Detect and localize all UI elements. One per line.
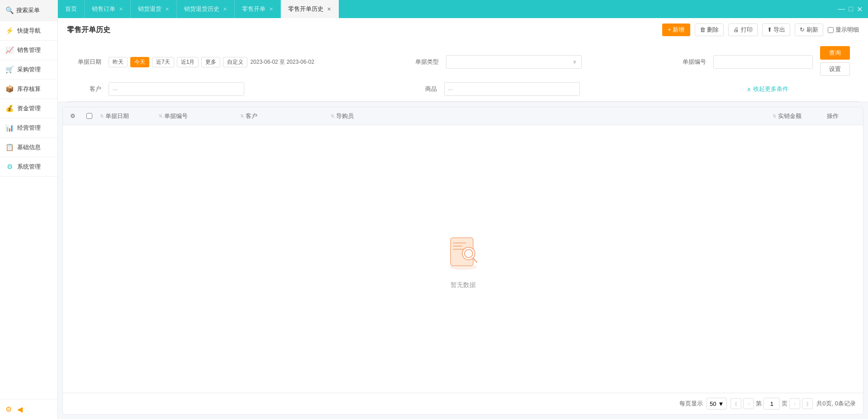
page-unit: 页: [782, 400, 787, 408]
sidebar-bottom: ⚙ ◀: [0, 399, 57, 419]
first-page-btn[interactable]: ⟪: [730, 398, 741, 409]
th-guide-sort-icon[interactable]: ⇅: [331, 113, 334, 118]
date-filter-label: 单据日期: [76, 58, 101, 66]
show-detail-label: 显示明细: [835, 26, 859, 34]
th-date-sort-icon[interactable]: ⇅: [100, 113, 104, 118]
filter-row-customer: 客户 ··· 商品 ··· ∧ 收起更多条件: [76, 82, 850, 96]
th-date: ⇅ 单据日期: [96, 108, 155, 125]
page-title-row: 零售开单历史 + 新增 🗑 删除 🖨 打印 ⬆ 导出 ↻ 刷新 显示明细: [67, 24, 859, 36]
next-page-btn[interactable]: ›: [789, 398, 800, 409]
sidebar-search[interactable]: 🔍 搜索采单: [0, 0, 57, 21]
customer-input[interactable]: ···: [109, 82, 244, 96]
quick-nav-icon: ⚡: [5, 27, 14, 35]
last-page-btn[interactable]: ⟫: [802, 398, 813, 409]
per-page-label: 每页显示: [679, 400, 703, 408]
table-header: ⚙ ⇅ 单据日期 ⇅ 单据编号 ⇅ 客户 ⇅: [63, 107, 863, 125]
sidebar-item-finance-mgmt[interactable]: 💰 资金管理: [0, 99, 57, 118]
date-range-display: 2023-06-02 至 2023-06-02: [250, 58, 314, 66]
add-button[interactable]: + 新增: [662, 24, 690, 36]
sidebar-item-label: 系统管理: [17, 163, 41, 171]
th-amount-sort-icon[interactable]: ⇅: [773, 113, 776, 118]
sidebar-item-sales-mgmt[interactable]: 📈 销售管理: [0, 41, 57, 60]
filter-row-date: 单据日期 昨天 今天 近7天 近1月 更多 自定义 2023-06-02 至 2…: [76, 46, 850, 78]
tab-bar: 首页 销售订单 ✕ 销货退货 ✕ 销货退货历史 ✕ 零售开单 ✕ 零售开单历史 …: [58, 0, 868, 18]
setting-button[interactable]: 设置: [820, 62, 850, 76]
pagination: 每页显示 50 ▼ ⟪ ‹ 第 页 › ⟫ 共0页, 0条记录: [63, 393, 863, 414]
refresh-button[interactable]: ↻ 刷新: [795, 24, 823, 36]
tab-home-label: 首页: [65, 5, 77, 13]
window-maximize-icon[interactable]: □: [849, 5, 853, 13]
doc-number-input[interactable]: [713, 55, 813, 69]
print-button[interactable]: 🖨 打印: [728, 24, 758, 36]
page-number-input[interactable]: [764, 398, 780, 410]
th-settings[interactable]: ⚙: [66, 108, 83, 124]
tab-sales-order-close[interactable]: ✕: [119, 6, 123, 12]
tab-bar-right: — □ ✕: [838, 5, 868, 14]
tab-sales-return-history[interactable]: 销货退货历史 ✕: [177, 0, 235, 18]
goods-input[interactable]: ···: [444, 82, 580, 96]
date-btn-more[interactable]: 更多: [201, 57, 220, 67]
sales-mgmt-icon: 📈: [5, 46, 14, 54]
date-btn-yesterday[interactable]: 昨天: [109, 57, 128, 67]
purchase-mgmt-icon: 🛒: [5, 66, 14, 74]
show-detail-checkbox-label[interactable]: 显示明细: [828, 26, 859, 34]
tab-sales-order-label: 销售订单: [92, 5, 115, 13]
date-btn-today[interactable]: 今天: [130, 57, 149, 67]
collapse-sidebar-icon[interactable]: ◀: [17, 405, 23, 414]
th-number-sort-icon[interactable]: ⇅: [159, 113, 162, 118]
sys-mgmt-icon: ⚙: [5, 163, 14, 171]
tab-sales-return-close[interactable]: ✕: [165, 6, 169, 12]
doc-number-filter-label: 单据编号: [681, 58, 706, 66]
tab-sales-return[interactable]: 销货退货 ✕: [131, 0, 177, 18]
date-btn-custom[interactable]: 自定义: [223, 57, 247, 67]
tab-retail-open-close[interactable]: ✕: [269, 6, 273, 12]
sidebar-search-label: 搜索采单: [16, 6, 40, 14]
table-container: ⚙ ⇅ 单据日期 ⇅ 单据编号 ⇅ 客户 ⇅: [62, 107, 863, 414]
tab-sales-return-label: 销货退货: [138, 5, 161, 13]
delete-button[interactable]: 🗑 删除: [695, 24, 724, 36]
tab-sales-return-history-close[interactable]: ✕: [223, 6, 227, 12]
select-all-checkbox[interactable]: [86, 113, 92, 119]
th-checkbox[interactable]: [83, 108, 96, 123]
window-minimize-icon[interactable]: —: [838, 5, 845, 13]
th-amount: ⇅ 实销金额: [769, 108, 823, 125]
window-close-icon[interactable]: ✕: [857, 5, 863, 14]
tab-retail-open-history[interactable]: 零售开单历史 ✕: [281, 0, 339, 18]
sidebar-item-purchase-mgmt[interactable]: 🛒 采购管理: [0, 60, 57, 80]
export-button[interactable]: ⬆ 导出: [762, 24, 791, 36]
per-page-dropdown-icon: ▼: [718, 400, 724, 407]
th-date-label: 单据日期: [105, 112, 129, 120]
basic-info-icon: 📋: [5, 143, 14, 151]
sidebar-item-ops-mgmt[interactable]: 📊 经营管理: [0, 118, 57, 138]
sidebar-item-inventory[interactable]: 📦 库存核算: [0, 80, 57, 99]
date-btn-last7[interactable]: 近7天: [152, 57, 174, 67]
settings-icon[interactable]: ⚙: [5, 405, 12, 414]
tab-retail-open-history-label: 零售开单历史: [288, 5, 323, 13]
tab-retail-open-history-close[interactable]: ✕: [327, 6, 331, 12]
settings-gear-icon[interactable]: ⚙: [70, 113, 76, 119]
show-detail-checkbox[interactable]: [828, 27, 834, 33]
collapse-filter-btn[interactable]: ∧ 收起更多条件: [747, 85, 788, 93]
prev-page-btn[interactable]: ‹: [743, 398, 754, 409]
date-btn-last-month[interactable]: 近1月: [177, 57, 199, 67]
goods-filter-label: 商品: [412, 85, 437, 93]
search-icon: 🔍: [5, 6, 14, 14]
th-customer-sort-icon[interactable]: ⇅: [240, 113, 244, 118]
sidebar-item-sys-mgmt[interactable]: ⚙ 系统管理: [0, 157, 57, 177]
sidebar-item-basic-info[interactable]: 📋 基础信息: [0, 138, 57, 157]
sidebar-item-quick-nav[interactable]: ⚡ 快捷导航: [0, 21, 57, 41]
doc-type-select[interactable]: ▼: [446, 55, 582, 69]
customer-filter-label: 客户: [76, 85, 101, 93]
page-word: 第: [756, 400, 762, 408]
tab-sales-order[interactable]: 销售订单 ✕: [85, 0, 131, 18]
sidebar: 🔍 搜索采单 ⚡ 快捷导航 📈 销售管理 🛒 采购管理 📦 库存核算 💰 资金管…: [0, 0, 58, 419]
per-page-select[interactable]: 50 ▼: [707, 398, 727, 410]
tab-retail-open[interactable]: 零售开单 ✕: [235, 0, 281, 18]
th-number: ⇅ 单据编号: [155, 108, 237, 125]
query-button[interactable]: 查询: [820, 46, 850, 60]
tab-home[interactable]: 首页: [58, 0, 85, 18]
sidebar-item-label: 销售管理: [17, 46, 41, 54]
svg-line-7: [473, 258, 477, 262]
page-nav: ⟪ ‹ 第 页 › ⟫: [730, 398, 813, 410]
th-action-label: 操作: [827, 112, 839, 120]
